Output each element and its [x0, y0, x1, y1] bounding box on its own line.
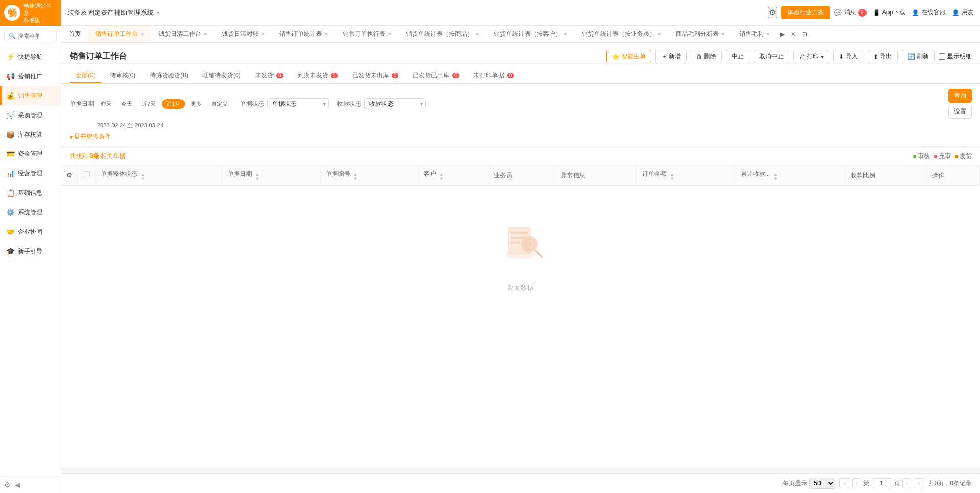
filter-tab-shipped-not-out[interactable]: 已发货未出库 0	[346, 69, 405, 83]
export-button[interactable]: ⬆ 导出	[868, 50, 898, 63]
close-sales-more-tab[interactable]: ✕	[766, 31, 770, 37]
tab-home[interactable]: 首页	[61, 26, 88, 43]
sidebar-item-inventory[interactable]: 📦 库存核算	[0, 125, 61, 144]
sort-date[interactable]: ▲▼	[255, 173, 259, 181]
sidebar-item-enterprise[interactable]: 🤝 企业协同	[0, 222, 61, 241]
sidebar-item-purchase[interactable]: 🛒 采购管理	[0, 105, 61, 125]
sort-amount[interactable]: ▲▼	[670, 173, 674, 181]
sort-number[interactable]: ▲▼	[353, 173, 357, 181]
collapse-sidebar-button[interactable]: ◀	[15, 481, 20, 489]
tab-sales-workbench[interactable]: 销售订单工作台 ✕	[88, 26, 151, 43]
col-settings[interactable]: ⚙	[61, 166, 78, 186]
inventory-icon: 📦	[6, 130, 15, 139]
close-by-customer-tab[interactable]: ✕	[563, 31, 567, 37]
tab-gross-margin[interactable]: 商品毛利分析表 ✕	[669, 26, 732, 43]
refresh-button[interactable]: 🔄 刷新	[902, 50, 935, 63]
smart-generate-button[interactable]: ⭐ 智能生单	[606, 50, 651, 63]
last-page-button[interactable]: »	[914, 478, 924, 488]
print-button[interactable]: 🖨 打印 ▾	[793, 50, 829, 63]
payment-select[interactable]: 收款状态	[364, 98, 426, 109]
close-all-tabs-button[interactable]: ✕	[788, 27, 799, 42]
show-detail-label[interactable]: 显示明细	[939, 52, 972, 61]
trial-button[interactable]: 体验行业方案	[781, 6, 830, 19]
close-sales-stats-tab[interactable]: ✕	[324, 31, 328, 37]
ship-action-button[interactable]: 发货	[955, 152, 972, 161]
date-btn-more[interactable]: 更多	[187, 99, 206, 109]
filter-tab-overdue[interactable]: 到期未发货 0	[291, 69, 344, 83]
expand-conditions-button[interactable]: ▾ 展开更多条件	[70, 132, 111, 141]
query-button[interactable]: 查询	[948, 89, 972, 103]
close-cash-reconcile-tab[interactable]: ✕	[261, 31, 265, 37]
status-select[interactable]: 单据状态	[267, 98, 329, 109]
page-actions: ⭐ 智能生单 ＋ 新增 🗑 删除 中止 取消中止 🖨	[606, 50, 972, 63]
close-by-product-tab[interactable]: ✕	[475, 31, 480, 37]
tab-sales-by-customer[interactable]: 销货单统计表（按客户） ✕	[487, 26, 575, 43]
sort-status[interactable]: ▲▼	[141, 173, 145, 181]
filter-tab-pending-inspect[interactable]: 待拣货验货(0)	[144, 69, 194, 83]
cancel-stop-button[interactable]: 取消中止	[754, 50, 789, 63]
first-page-button[interactable]: «	[839, 478, 850, 488]
close-sales-workbench-tab[interactable]: ✕	[140, 31, 144, 37]
date-btn-7days[interactable]: 近7天	[138, 99, 159, 109]
pagination-nav: « ‹ 第 页 › »	[839, 478, 924, 488]
app-download-button[interactable]: 📱 App下载	[873, 8, 905, 17]
horizontal-scrollbar[interactable]	[61, 468, 980, 473]
show-detail-checkbox[interactable]	[939, 53, 945, 60]
reject-action-button[interactable]: 充审	[934, 152, 951, 161]
filter-tab-shipped-out[interactable]: 已发货已出库 0	[406, 69, 465, 83]
close-sales-exec-tab[interactable]: ✕	[388, 31, 392, 37]
close-gross-margin-tab[interactable]: ✕	[721, 31, 725, 37]
date-range-display: 2023-02-24 至 2023-03-24	[70, 122, 972, 129]
settings-bottom-icon[interactable]: ⚙	[4, 481, 11, 489]
sidebar-item-system[interactable]: ⚙️ 系统管理	[0, 203, 61, 222]
date-btn-custom[interactable]: 自定义	[208, 99, 232, 109]
tab-sales-by-product[interactable]: 销货单统计表（按商品） ✕	[399, 26, 487, 43]
message-button[interactable]: 💬 消息 6	[834, 8, 867, 17]
filter-tab-pending-review[interactable]: 待审核(0)	[104, 69, 142, 83]
sidebar-item-operation[interactable]: 📊 经营管理	[0, 164, 61, 183]
filter-tab-not-printed[interactable]: 未打印单据 0	[467, 69, 520, 83]
add-button[interactable]: ＋ 新增	[655, 50, 687, 63]
page-number-input[interactable]	[872, 478, 892, 488]
close-cash-daily-tab[interactable]: ✕	[203, 31, 208, 37]
sidebar-item-finance[interactable]: 💳 资金管理	[0, 144, 61, 164]
filter-tab-all[interactable]: 全部(0)	[70, 69, 102, 83]
sidebar-item-sales[interactable]: 💰 销售管理	[0, 86, 61, 105]
page-size-select[interactable]: 50 10 20 100	[809, 478, 835, 489]
tab-cash-reconcile[interactable]: 钱货日清对账 ✕	[215, 26, 272, 43]
tab-sales-more[interactable]: 销售毛利 ✕	[732, 26, 777, 43]
sidebar-item-marketing[interactable]: 📢 营销推广	[0, 66, 61, 86]
date-btn-1month[interactable]: 近1月	[162, 99, 185, 109]
prev-page-button[interactable]: ‹	[852, 478, 861, 488]
filter-tab-not-shipped[interactable]: 未发货 0	[249, 69, 289, 83]
tab-sales-by-staff[interactable]: 销货单统计表（按业务员） ✕	[575, 26, 669, 43]
tab-sales-stats[interactable]: 销售订单统计表 ✕	[272, 26, 335, 43]
sort-collected[interactable]: ▲▼	[773, 173, 778, 181]
delete-button[interactable]: 🗑 删除	[691, 50, 722, 63]
next-page-button[interactable]: ›	[902, 478, 911, 488]
date-btn-yesterday[interactable]: 昨天	[97, 99, 116, 109]
tab-cash-daily[interactable]: 钱货日清工作台 ✕	[151, 26, 215, 43]
import-button[interactable]: ⬇ 导入	[833, 50, 863, 63]
sidebar-item-basic-info[interactable]: 📋 基础信息	[0, 183, 61, 203]
system-dropdown-arrow[interactable]: ▾	[157, 10, 159, 15]
expand-tabs-button[interactable]: ⊡	[799, 27, 810, 42]
stop-button[interactable]: 中止	[726, 50, 749, 63]
settings-button[interactable]: 设置	[948, 105, 972, 119]
select-all-checkbox[interactable]	[83, 171, 90, 178]
search-menu-button[interactable]: 🔍 搜索菜单	[4, 30, 57, 42]
sidebar-item-quick-nav[interactable]: ⚡ 快捷导航	[0, 47, 61, 66]
filter-tab-wangpu[interactable]: 旺铺待发货(0)	[196, 69, 247, 83]
tab-sales-exec[interactable]: 销售订单执行表 ✕	[335, 26, 399, 43]
col-staff: 业务员	[488, 166, 556, 186]
close-by-staff-tab[interactable]: ✕	[657, 31, 662, 37]
sidebar-item-guide[interactable]: 🎓 新手引导	[0, 241, 61, 261]
online-service-button[interactable]: 👤 在线客服	[911, 8, 946, 17]
topbar-settings-button[interactable]: ⚙	[768, 7, 777, 18]
sort-customer[interactable]: ▲▼	[439, 173, 443, 181]
approve-action-button[interactable]: 审核	[913, 152, 930, 161]
date-btn-today[interactable]: 今天	[118, 99, 136, 109]
user-menu[interactable]: 👤 用友	[952, 8, 974, 17]
tab-scroll-forward[interactable]: ▶	[777, 27, 788, 42]
col-checkbox[interactable]	[78, 166, 96, 186]
